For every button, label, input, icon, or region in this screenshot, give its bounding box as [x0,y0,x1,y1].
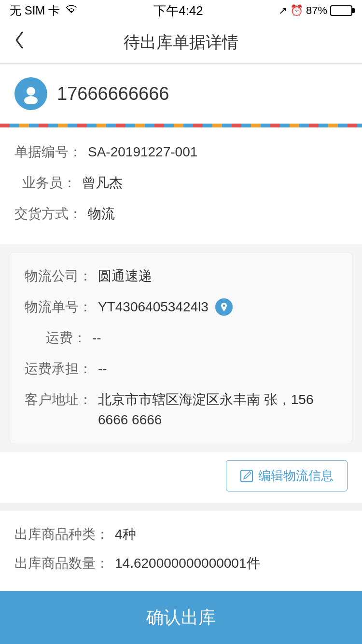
staff-value: 曾凡杰 [82,173,348,193]
freight-value: -- [92,328,337,348]
nav-bar: 待出库单据详情 [0,21,362,64]
freight-row: 运费： -- [25,328,337,348]
freight-bear-value: -- [98,359,337,379]
order-number-value: SA-20191227-001 [88,142,348,162]
logistics-card: 物流公司： 圆通速递 物流单号： YT43064053424l3 运费： -- … [10,252,352,444]
delivery-value: 物流 [88,204,348,224]
freight-bear-row: 运费承担： -- [25,359,337,379]
tracking-location-icon[interactable] [215,298,233,316]
logistics-company-row: 物流公司： 圆通速递 [25,266,337,286]
status-time: 下午4:42 [153,2,203,19]
order-info-section: 单据编号： SA-20191227-001 业务员： 曾凡杰 交货方式： 物流 [0,127,362,244]
quantity-label: 出库商品数量： [14,554,115,573]
freight-bear-label: 运费承担： [25,359,98,379]
tracking-label: 物流单号： [25,297,98,317]
logistics-company-value: 圆通速递 [98,266,337,286]
address-label: 客户地址： [25,390,98,410]
dashed-divider [0,124,362,127]
confirm-button[interactable]: 确认出库 [0,591,362,644]
svg-point-2 [223,305,225,307]
tracking-row: 物流单号： YT43064053424l3 [25,297,337,317]
address-value: 北京市市辖区海淀区永丰南 张，156 6666 6666 [98,390,337,430]
logistics-company-label: 物流公司： [25,266,98,286]
tracking-value: YT43064053424l3 [98,297,337,317]
status-right: ↗ ⏰ 87% [278,4,352,17]
delivery-row: 交货方式： 物流 [14,204,348,224]
user-card: 17666666666 [0,64,362,124]
order-number-row: 单据编号： SA-20191227-001 [14,142,348,162]
battery-icon [330,5,352,16]
stats-section: 出库商品种类： 4种 出库商品数量： 14.620000000000001件 [0,511,362,593]
back-button[interactable] [14,30,25,54]
page-title: 待出库单据详情 [124,31,238,54]
quantity-row: 出库商品数量： 14.620000000000001件 [14,554,348,573]
staff-label: 业务员： [14,173,82,193]
user-phone: 17666666666 [57,84,169,104]
freight-label: 运费： [25,328,92,348]
types-label: 出库商品种类： [14,525,115,544]
edit-btn-row: 编辑物流信息 [0,452,362,503]
confirm-button-label: 确认出库 [146,606,216,630]
carrier-text: 无 SIM 卡 [10,3,60,18]
svg-point-1 [24,96,38,104]
alarm-icon: ⏰ [290,4,303,17]
order-number-label: 单据编号： [14,142,88,162]
status-carrier: 无 SIM 卡 [10,3,78,18]
main-content: 17666666666 单据编号： SA-20191227-001 业务员： 曾… [0,64,362,644]
edit-logistics-button[interactable]: 编辑物流信息 [226,460,348,491]
battery-percent: 87% [306,4,327,17]
avatar [14,77,47,110]
staff-row: 业务员： 曾凡杰 [14,173,348,193]
wifi-icon [65,4,78,17]
status-bar: 无 SIM 卡 下午4:42 ↗ ⏰ 87% [0,0,362,21]
edit-logistics-label: 编辑物流信息 [258,467,334,484]
types-value: 4种 [115,525,136,544]
section-divider [0,503,362,511]
quantity-value: 14.620000000000001件 [115,554,260,573]
location-status-icon: ↗ [278,4,287,17]
svg-rect-3 [241,470,252,482]
address-row: 客户地址： 北京市市辖区海淀区永丰南 张，156 6666 6666 [25,390,337,430]
types-row: 出库商品种类： 4种 [14,525,348,544]
delivery-label: 交货方式： [14,204,88,224]
svg-point-0 [27,87,35,96]
